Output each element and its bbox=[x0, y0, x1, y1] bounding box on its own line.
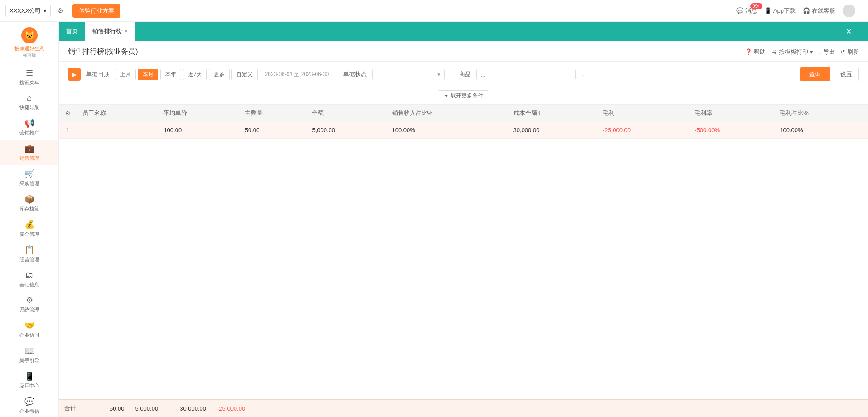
gear-icon[interactable]: ⚙ bbox=[54, 5, 67, 17]
maximize-icon[interactable]: ⛶ bbox=[855, 27, 863, 35]
col-qty: 主数量 bbox=[240, 105, 307, 122]
footer-sales-pct bbox=[163, 405, 174, 412]
sidebar-item-快捷导航[interactable]: ⌂ 快捷导航 bbox=[0, 90, 58, 115]
print-icon: 🖨 bbox=[771, 48, 777, 55]
avatar[interactable] bbox=[843, 5, 855, 17]
col-margin: 毛利率 bbox=[689, 105, 774, 122]
row-avg-price: 100.00 bbox=[158, 122, 239, 139]
nav-icon: ☰ bbox=[26, 68, 33, 78]
date-label: 单据日期 bbox=[86, 70, 110, 78]
row-sales-pct: 100.00% bbox=[387, 122, 508, 139]
page-header: 销售排行榜(按业务员) ❓ 帮助 🖨 按模板打印 ▾ ↓ bbox=[59, 41, 868, 62]
sidebar-item-营销推广[interactable]: 📢 营销推广 bbox=[0, 115, 58, 140]
col-profit-pct: 毛利占比% bbox=[774, 105, 868, 122]
tab-home[interactable]: 首页 bbox=[59, 22, 85, 41]
row-cost: 30,000.00 bbox=[508, 122, 597, 139]
company-name: XXXXX公司 bbox=[10, 7, 41, 15]
date-prev-month[interactable]: 上月 bbox=[115, 69, 136, 80]
sidebar-item-新手引导[interactable]: 📖 新手引导 bbox=[0, 342, 58, 368]
date-7days[interactable]: 近7天 bbox=[183, 69, 207, 80]
sidebar-nav: ☰ 搜索菜单 ⌂ 快捷导航 📢 营销推广 💼 销售管理 🛒 采购管理 📦 库存核… bbox=[0, 62, 58, 417]
nav-icon: 📢 bbox=[24, 118, 34, 128]
headset-icon: 🎧 bbox=[803, 7, 810, 14]
app-download-button[interactable]: 📱 App下载 bbox=[764, 7, 796, 15]
nav-icon: 📱 bbox=[24, 371, 34, 381]
table-footer: 合计 50.00 5,000.00 30,000.00 -25,000.00 bbox=[59, 399, 868, 417]
help-button[interactable]: ❓ 帮助 bbox=[745, 48, 766, 56]
status-select[interactable] bbox=[372, 69, 445, 80]
sales-table: ⚙ 员工名称 平均单价 主数量 全额 销售收入占比% 成本全额 ℹ 毛利 毛利率… bbox=[59, 105, 868, 139]
company-selector[interactable]: XXXXX公司 ▾ bbox=[5, 5, 51, 17]
settings-button[interactable]: 设置 bbox=[834, 67, 859, 81]
sidebar-item-企业微信[interactable]: 💬 企业微信 bbox=[0, 393, 58, 417]
content-area: 首页 销售排行榜 × ✕ ⛶ 销售排行榜(按业务员) ❓ bbox=[59, 22, 868, 417]
print-button[interactable]: 🖨 按模板打印 ▾ bbox=[771, 48, 813, 56]
col-avg-price: 平均单价 bbox=[158, 105, 239, 122]
top-right-actions: 💬 消息 99+ 📱 App下载 🎧 在线客服 bbox=[736, 5, 863, 17]
sidebar-item-系统管理[interactable]: ⚙ 系统管理 bbox=[0, 292, 58, 317]
footer-avg-price bbox=[93, 405, 104, 412]
footer-profit: -25,000.00 bbox=[211, 405, 250, 412]
filter-expand-icon[interactable]: ▶ bbox=[68, 68, 81, 81]
tab-close-icon[interactable]: × bbox=[125, 28, 128, 34]
sidebar-item-经营管理[interactable]: 📋 经营管理 bbox=[0, 241, 58, 267]
row-amount: 5,000.00 bbox=[307, 122, 386, 139]
close-window-icon[interactable]: ✕ bbox=[846, 27, 852, 36]
message-button[interactable]: 💬 消息 99+ bbox=[736, 7, 757, 15]
footer-cost: 30,000.00 bbox=[174, 405, 211, 412]
date-buttons: 上月 本月 本年 近7天 更多 自定义 bbox=[115, 69, 258, 80]
col-amount: 全额 bbox=[307, 105, 386, 122]
tab-sales-ranking[interactable]: 销售排行榜 × bbox=[85, 22, 135, 41]
date-this-month[interactable]: 本月 bbox=[138, 69, 158, 80]
print-dropdown-icon: ▾ bbox=[810, 48, 813, 55]
sidebar-item-基础信息[interactable]: 🗂 基础信息 bbox=[0, 267, 58, 292]
sidebar-item-资金管理[interactable]: 💰 资金管理 bbox=[0, 216, 58, 241]
nav-icon: 💰 bbox=[24, 220, 34, 230]
export-button[interactable]: ↓ 导出 bbox=[819, 48, 835, 56]
sidebar-item-销售管理[interactable]: 💼 销售管理 bbox=[0, 140, 58, 165]
sidebar-logo: 🐱 畅康通好生意 标准版 bbox=[0, 22, 58, 62]
goods-input[interactable] bbox=[476, 69, 576, 80]
sidebar-item-应用中心[interactable]: 📱 应用中心 bbox=[0, 368, 58, 393]
col-settings[interactable]: ⚙ bbox=[59, 105, 77, 122]
logo-sub: 标准版 bbox=[23, 52, 36, 58]
col-profit: 毛利 bbox=[597, 105, 689, 122]
top-bar: XXXXX公司 ▾ ⚙ 体验行业方案 💬 消息 99+ 📱 App下载 🎧 在线… bbox=[0, 0, 868, 22]
logo-icon: 🐱 bbox=[21, 27, 38, 43]
date-this-year[interactable]: 本年 bbox=[160, 69, 181, 80]
footer-cells: 50.00 5,000.00 30,000.00 -25,000.00 bbox=[82, 405, 863, 412]
date-custom[interactable]: 自定义 bbox=[231, 69, 258, 80]
industry-button[interactable]: 体验行业方案 bbox=[72, 4, 120, 18]
sidebar-item-库存核算[interactable]: 📦 库存核算 bbox=[0, 191, 58, 216]
sidebar-item-企业协同[interactable]: 🤝 企业协同 bbox=[0, 317, 58, 342]
row-margin: -500.00% bbox=[689, 122, 774, 139]
col-sales-pct: 销售收入占比% bbox=[387, 105, 508, 122]
footer-qty: 50.00 bbox=[104, 405, 130, 412]
table-row: 1 100.00 50.00 5,000.00 100.00% 30,000.0… bbox=[59, 122, 868, 139]
sidebar-item-搜索菜单[interactable]: ☰ 搜索菜单 bbox=[0, 64, 58, 90]
more-options-btn[interactable]: ... bbox=[581, 71, 586, 77]
online-service-button[interactable]: 🎧 在线客服 bbox=[803, 7, 835, 15]
row-profit-pct: 100.00% bbox=[774, 122, 868, 139]
date-more[interactable]: 更多 bbox=[209, 69, 230, 80]
sidebar: 🐱 畅康通好生意 标准版 ☰ 搜索菜单 ⌂ 快捷导航 📢 营销推广 💼 销售管理… bbox=[0, 22, 59, 417]
tab-bar-right: ✕ ⛶ bbox=[846, 27, 868, 36]
nav-icon: 💼 bbox=[24, 144, 34, 153]
sidebar-item-采购管理[interactable]: 🛒 采购管理 bbox=[0, 165, 58, 191]
page-content: 销售排行榜(按业务员) ❓ 帮助 🖨 按模板打印 ▾ ↓ bbox=[59, 41, 868, 417]
filter-row: ▶ 单据日期 上月 本月 本年 近7天 更多 自定义 2023-06-01 至 … bbox=[68, 67, 859, 81]
main-area: 🐱 畅康通好生意 标准版 ☰ 搜索菜单 ⌂ 快捷导航 📢 营销推广 💼 销售管理… bbox=[0, 22, 868, 417]
footer-amount: 5,000.00 bbox=[130, 405, 164, 412]
refresh-button[interactable]: ↺ 刷新 bbox=[840, 48, 859, 56]
nav-icon: 📋 bbox=[24, 245, 34, 255]
expand-conditions-button[interactable]: ▼ 展开更多条件 bbox=[438, 90, 489, 101]
phone-icon: 📱 bbox=[764, 7, 772, 14]
message-badge: 99+ bbox=[750, 3, 762, 9]
export-icon: ↓ bbox=[819, 48, 822, 55]
status-select-wrapper bbox=[372, 69, 445, 80]
nav-icon: 📖 bbox=[24, 346, 34, 356]
row-qty: 50.00 bbox=[240, 122, 307, 139]
nav-icon: 🗂 bbox=[25, 270, 34, 280]
row-name bbox=[77, 122, 158, 139]
query-button[interactable]: 查询 bbox=[800, 67, 830, 81]
